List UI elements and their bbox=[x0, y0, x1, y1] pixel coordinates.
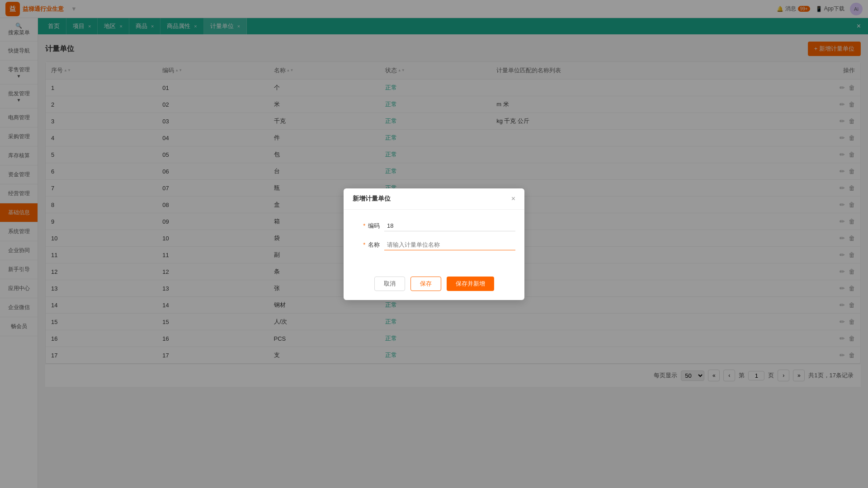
code-input[interactable] bbox=[384, 221, 515, 231]
required-star: * bbox=[363, 222, 365, 229]
cancel-button[interactable]: 取消 bbox=[374, 277, 405, 291]
dialog-title: 新增计量单位 bbox=[353, 195, 391, 203]
add-unit-dialog: 新增计量单位 × * 编码 * 名称 取消 保存 保存并新增 bbox=[344, 188, 524, 300]
code-label: * 编码 bbox=[353, 222, 380, 230]
name-label: * 名称 bbox=[353, 241, 380, 249]
dialog-footer: 取消 保存 保存并新增 bbox=[344, 269, 524, 300]
dialog-header: 新增计量单位 × bbox=[344, 188, 524, 210]
dialog-close-button[interactable]: × bbox=[511, 195, 515, 203]
dialog-body: * 编码 * 名称 bbox=[344, 210, 524, 269]
name-input[interactable] bbox=[384, 239, 515, 250]
name-form-row: * 名称 bbox=[353, 239, 515, 250]
save-button[interactable]: 保存 bbox=[410, 277, 441, 291]
required-star: * bbox=[363, 241, 365, 248]
code-form-row: * 编码 bbox=[353, 221, 515, 231]
dialog-overlay[interactable]: 新增计量单位 × * 编码 * 名称 取消 保存 保存并新增 bbox=[0, 0, 868, 488]
save-and-new-button[interactable]: 保存并新增 bbox=[447, 277, 494, 291]
